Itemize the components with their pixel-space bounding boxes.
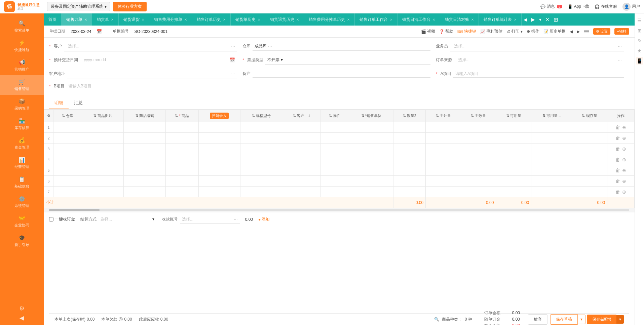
row-3-copy-icon[interactable]: ⊕	[622, 146, 626, 152]
tab-cash-daily-workbench[interactable]: 钱货日清工作台 ✕	[397, 13, 440, 26]
sidebar-item-quick-nav[interactable]: ⚡ 快捷导航	[0, 36, 44, 56]
print-button[interactable]: 🖨 打印 ▾	[506, 29, 523, 34]
tab-close-return-goods-history[interactable]: ✕	[296, 18, 299, 22]
col-settings[interactable]: ⚙	[44, 110, 53, 122]
operation-button[interactable]: ⚙ 操作	[527, 29, 539, 34]
row-4-copy-icon[interactable]: ⊕	[622, 157, 626, 162]
tab-sales-order-history[interactable]: 销售订单历史 ✕	[192, 13, 231, 26]
scrollbar-area[interactable]	[44, 208, 635, 212]
row-2-delete-icon[interactable]: 🗑	[615, 135, 620, 141]
account-input[interactable]	[182, 217, 232, 221]
row-5-delete-icon[interactable]: 🗑	[615, 168, 620, 173]
tab-close-return-goods[interactable]: ✕	[142, 18, 144, 22]
tab-sales-order[interactable]: 销售订单 ✕	[62, 13, 92, 26]
row-6-copy-icon[interactable]: ⊕	[622, 178, 626, 184]
right-panel-btn-5[interactable]: 📱	[636, 57, 643, 65]
add-payment-btn[interactable]: ● 添加	[258, 216, 270, 222]
row-4-delete-icon[interactable]: 🗑	[615, 157, 620, 162]
calendar-icon[interactable]: 📅	[97, 29, 102, 34]
online-service-button[interactable]: 🎧 在线客服	[595, 4, 617, 9]
tab-close-all[interactable]: ✕	[543, 17, 552, 22]
tab-detail[interactable]: 明细	[49, 97, 69, 109]
staff-dots[interactable]: ···	[618, 43, 622, 49]
profit-button[interactable]: 📈 毛利预估	[480, 29, 502, 34]
tab-return-goods[interactable]: 销货退货 ✕	[119, 13, 149, 26]
save-draft-dropdown[interactable]: ▾	[578, 315, 585, 324]
row-1-customer[interactable]	[282, 122, 320, 133]
settings-button[interactable]: ⚙ 设置	[593, 28, 610, 35]
tab-expand[interactable]: ⊞	[552, 16, 560, 23]
customer-input[interactable]	[66, 42, 230, 50]
tab-close-cash-daily-workbench[interactable]: ✕	[432, 18, 435, 22]
settings-bottom-icon[interactable]: ⚙	[19, 305, 25, 312]
row-1-attr[interactable]	[320, 122, 349, 133]
user-avatar[interactable]: 👤 用户	[622, 3, 640, 11]
sidebar-item-marketing[interactable]: 📢 营销推广	[0, 56, 44, 75]
sidebar-item-search-menu[interactable]: 🔍 搜索菜单	[0, 17, 44, 36]
app-selector[interactable]: 装备及固定资产辅助管理系统 ▾	[47, 2, 110, 11]
tab-sales-stats[interactable]: 销售订单统计表 ✕	[479, 13, 522, 26]
remark-input[interactable]	[253, 70, 430, 78]
customer-dots[interactable]: ···	[231, 43, 235, 49]
tab-summary[interactable]: 汇总	[69, 97, 88, 109]
tab-sales-expense-split[interactable]: 销售费用分摊单 ✕	[149, 13, 192, 26]
tab-sales-expense-history[interactable]: 销售费用分摊单历史 ✕	[304, 13, 355, 26]
row-1-delete-icon[interactable]: 🗑	[615, 125, 620, 130]
sidebar-item-system[interactable]: ⚙️ 系统管理	[0, 192, 44, 212]
collapse-icon[interactable]: ◀	[20, 314, 24, 322]
order-source-dots[interactable]: ···	[618, 57, 622, 63]
discard-button[interactable]: 放弃	[528, 314, 547, 325]
staff-input[interactable]	[452, 42, 616, 50]
shortcut-button[interactable]: ⌨ 快捷键	[457, 29, 476, 34]
row-7-delete-icon[interactable]: 🗑	[615, 189, 620, 195]
nav-next-icon[interactable]: ▶	[577, 29, 580, 34]
sidebar-item-sales[interactable]: 🛒 销售管理	[0, 75, 44, 95]
tab-nav-next[interactable]: ▶	[529, 17, 537, 22]
tab-sales-return[interactable]: 销货单 ✕	[92, 13, 119, 26]
app-download-button[interactable]: 📱 App下载	[568, 4, 589, 9]
row-3-delete-icon[interactable]: 🗑	[615, 146, 620, 152]
sidebar-item-base-info[interactable]: 📋 基础信息	[0, 173, 44, 192]
tab-close-sales-return-history[interactable]: ✕	[258, 18, 260, 22]
row-1-code[interactable]	[124, 122, 165, 133]
scrollbar-thumb[interactable]	[49, 209, 100, 211]
account-dots[interactable]: ···	[234, 216, 238, 222]
add-material-button[interactable]: +物料	[614, 28, 629, 35]
tab-cash-reconcile[interactable]: 钱货日清对账 ✕	[440, 13, 479, 26]
right-panel-btn-4[interactable]: ★	[636, 47, 643, 54]
sidebar-item-operations[interactable]: 📊 经营管理	[0, 153, 44, 173]
scan-input-btn[interactable]: 扫码录入	[210, 113, 229, 119]
tab-close-sales-order-history[interactable]: ✕	[223, 18, 226, 22]
settle-dropdown-icon[interactable]: ▾	[152, 217, 154, 221]
warehouse-dots[interactable]: ···	[268, 43, 272, 49]
tab-close-sales-workbench[interactable]: ✕	[390, 18, 392, 22]
tab-return-goods-history[interactable]: 销货退货历史 ✕	[265, 13, 304, 26]
tab-close-sales-order[interactable]: ✕	[84, 18, 87, 22]
row-7-copy-icon[interactable]: ⊕	[622, 189, 626, 195]
sidebar-item-capital[interactable]: 💰 资金管理	[0, 134, 44, 153]
right-panel-btn-1[interactable]: ☰	[636, 17, 643, 24]
history-button[interactable]: 📝 历史单据	[543, 29, 566, 34]
scrollbar-track[interactable]	[49, 209, 629, 211]
tab-close-sales-stats[interactable]: ✕	[514, 18, 517, 22]
row-1-spec[interactable]	[240, 122, 282, 133]
save-new-button[interactable]: 保存&新增	[587, 315, 616, 324]
help-button[interactable]: ❓ 帮助	[439, 29, 453, 34]
a-project-input[interactable]	[453, 70, 624, 78]
industry-button[interactable]: 体验行业方案	[113, 2, 147, 11]
save-new-dropdown[interactable]: ▾	[616, 315, 624, 324]
settle-input[interactable]	[101, 217, 151, 221]
tab-close-sales-return[interactable]: ✕	[111, 18, 114, 22]
sidebar-item-guide[interactable]: 🎓 新手引导	[0, 231, 44, 251]
row-1-product[interactable]	[165, 122, 198, 133]
list-view-icon[interactable]	[584, 30, 589, 33]
tab-home[interactable]: 首页	[44, 13, 62, 26]
right-panel-btn-3[interactable]: ✎	[636, 37, 643, 44]
row-5-copy-icon[interactable]: ⊕	[622, 168, 626, 173]
save-draft-button[interactable]: 保存草稿	[550, 314, 578, 325]
address-input[interactable]	[69, 70, 230, 77]
right-panel-btn-2[interactable]: ⊞	[636, 27, 643, 34]
tab-close-sales-expense-history[interactable]: ✕	[347, 18, 350, 22]
b-project-input[interactable]	[67, 82, 624, 90]
address-dots[interactable]: ···	[231, 71, 235, 76]
